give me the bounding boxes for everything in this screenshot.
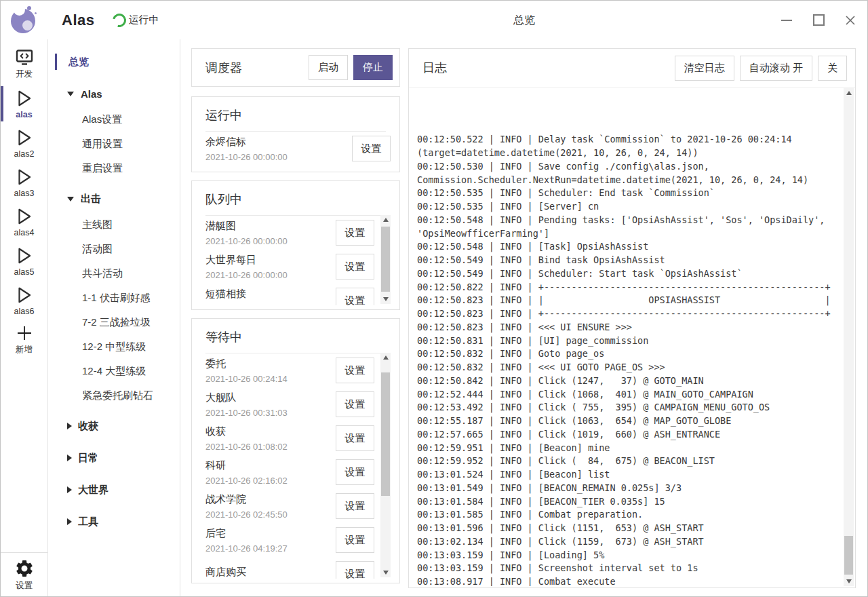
scrollbar-thumb[interactable] [381, 227, 390, 292]
menu-item[interactable]: 7-2 三战捡垃圾 [48, 310, 180, 334]
sidebar-item-alas5[interactable]: alas5 [1, 242, 47, 281]
scroll-down-button[interactable] [844, 577, 854, 586]
log-line: 00:13:01.585 | INFO | Combat preparation… [417, 508, 840, 522]
menu-item[interactable]: Alas [48, 80, 180, 107]
log-line: 00:12:53.492 | INFO | Click ( 755, 395) … [417, 401, 840, 415]
task-setting-button[interactable]: 设置 [336, 561, 374, 579]
menu-item[interactable]: 主线图 [48, 212, 180, 237]
task-setting-button[interactable]: 设置 [352, 136, 391, 161]
running-section-title: 运行中 [205, 97, 386, 132]
task-setting-button[interactable]: 设置 [336, 288, 374, 305]
log-line: 00:12:50.823 | INFO | | OPSIASHASSIST | [417, 294, 840, 307]
maximize-button[interactable] [812, 14, 825, 26]
scrollbar-thumb[interactable] [381, 372, 390, 496]
page-title: 总览 [513, 13, 535, 27]
menu-item[interactable]: 日常 [48, 444, 180, 471]
sidebar-item-alas4[interactable]: alas4 [1, 202, 47, 242]
menu-item[interactable]: 紧急委托刷钻石 [48, 383, 180, 408]
sidebar-item-add-instance[interactable]: 新增 [1, 320, 47, 360]
sidebar-item-alas3[interactable]: alas3 [1, 163, 47, 202]
task-setting-button[interactable]: 设置 [336, 254, 374, 280]
rail-label: 开发 [16, 69, 33, 80]
autoscroll-off-button[interactable]: 关 [818, 56, 847, 81]
task-setting-button[interactable]: 设置 [336, 425, 374, 451]
log-line: 00:13:03.159 | INFO | Screenshot interva… [417, 562, 840, 575]
menu-item-label: 1-1 伏击刷好感 [82, 292, 151, 305]
close-button[interactable] [844, 14, 856, 26]
log-line: 00:13:01.549 | INFO | [BEACON_REMAIN 0.0… [417, 482, 840, 495]
task-setting-button[interactable]: 设置 [336, 358, 374, 383]
scheduler-column: 调度器 启动 停止 运行中 余烬信标 2021-10-26 00:00:00 设… [191, 48, 400, 592]
task-time: 2021-10-26 00:24:14 [205, 374, 336, 384]
task-setting-button[interactable]: 设置 [336, 220, 374, 246]
queue-task-list: 潜艇图 2021-10-26 00:00:00 设置 大世界每日 2021-10… [205, 216, 391, 305]
task-info: 收获 2021-10-26 01:08:02 [205, 425, 336, 452]
sidebar-item-alas6[interactable]: alas6 [1, 281, 47, 320]
task-setting-button[interactable]: 设置 [336, 493, 374, 519]
log-line: 00:12:52.444 | INFO | Click (1068, 401) … [417, 388, 840, 402]
menu-item-label: 大世界 [78, 484, 108, 497]
task-info: 余烬信标 2021-10-26 00:00:00 [205, 136, 352, 162]
task-name: 收获 [205, 425, 336, 438]
task-row: 科研 2021-10-26 02:16:02 设置 [205, 455, 374, 489]
log-line: 00:13:03.159 | INFO | [Loading] 5% [417, 549, 840, 562]
sidebar-item-settings[interactable]: 设置 [1, 552, 47, 596]
rail-label: 新增 [16, 344, 33, 355]
task-setting-button[interactable]: 设置 [336, 527, 374, 553]
menu-item[interactable]: 重启设置 [48, 156, 180, 180]
task-time: 2021-10-26 00:00:00 [205, 270, 336, 280]
menu-item-label: 主线图 [82, 218, 113, 231]
menu-item[interactable]: 1-1 伏击刷好感 [48, 286, 180, 310]
log-line: 00:12:50.549 | INFO | Bind task OpsiAshA… [417, 254, 840, 267]
clear-log-button[interactable]: 清空日志 [675, 56, 734, 81]
menu-item[interactable]: 大世界 [48, 476, 180, 503]
menu-item[interactable]: Alas设置 [48, 107, 180, 132]
minimize-button[interactable] [781, 14, 793, 26]
autoscroll-on-button[interactable]: 自动滚动 开 [740, 56, 812, 81]
menu-item-label: 共斗活动 [82, 267, 123, 280]
stop-button[interactable]: 停止 [353, 55, 393, 80]
menu-item[interactable]: 共斗活动 [48, 261, 180, 286]
scroll-down-button[interactable] [380, 568, 391, 577]
play-icon [16, 128, 33, 147]
menu-item-label: 通用设置 [82, 138, 123, 151]
menu-item[interactable]: 活动图 [48, 237, 180, 261]
log-line: (target=datetime.datetime(2021, 10, 26, … [417, 147, 840, 160]
task-setting-button[interactable]: 设置 [336, 391, 374, 417]
alas-logo-icon [10, 6, 39, 35]
sidebar-item-alas2[interactable]: alas2 [1, 123, 47, 163]
menu-item[interactable]: 12-2 中型练级 [48, 334, 180, 359]
task-info: 大世界每日 2021-10-26 00:00:00 [205, 254, 336, 280]
play-icon [16, 89, 33, 108]
sidebar-item-dev[interactable]: 开发 [1, 45, 47, 84]
scroll-down-button[interactable] [380, 294, 391, 304]
task-name: 大舰队 [205, 391, 336, 404]
scroll-up-button[interactable] [844, 88, 854, 98]
scrollbar-thumb[interactable] [844, 536, 853, 575]
scheduler-title: 调度器 [205, 60, 309, 76]
task-row: 商店购买 设置 [205, 557, 374, 579]
group-chevron-icon [67, 518, 72, 525]
task-info: 短猫相接 2021-10-26 00:00:00 [205, 288, 336, 306]
log-output[interactable]: 00:12:50.522 | INFO | Delay task `Commis… [417, 88, 840, 586]
running-task-list: 余烬信标 2021-10-26 00:00:00 设置 [205, 132, 391, 166]
sidebar-item-alas[interactable]: alas [1, 84, 47, 123]
task-setting-button[interactable]: 设置 [336, 459, 374, 485]
menu-item[interactable]: 工具 [48, 508, 180, 535]
task-row: 短猫相接 2021-10-26 00:00:00 设置 [205, 284, 374, 305]
scroll-up-button[interactable] [380, 353, 391, 362]
task-row: 委托 2021-10-26 00:24:14 设置 [205, 353, 374, 387]
task-info: 委托 2021-10-26 00:24:14 [205, 358, 336, 384]
start-button[interactable]: 启动 [309, 55, 348, 80]
menu-item[interactable]: 出击 [48, 185, 180, 212]
log-line: 00:12:50.548 | INFO | Pending tasks: ['O… [417, 214, 840, 227]
menu-item[interactable]: 收获 [48, 412, 180, 440]
menu-item[interactable]: 12-4 大型练级 [48, 359, 180, 383]
task-time: 2021-10-26 01:08:02 [205, 442, 336, 452]
menu-item[interactable]: 总览 [48, 48, 180, 75]
scroll-up-button[interactable] [380, 215, 391, 225]
menu-item-label: 工具 [78, 516, 98, 528]
menu-item-label: 收获 [78, 420, 98, 433]
menu-item[interactable]: 通用设置 [48, 132, 180, 156]
log-title: 日志 [422, 60, 675, 76]
